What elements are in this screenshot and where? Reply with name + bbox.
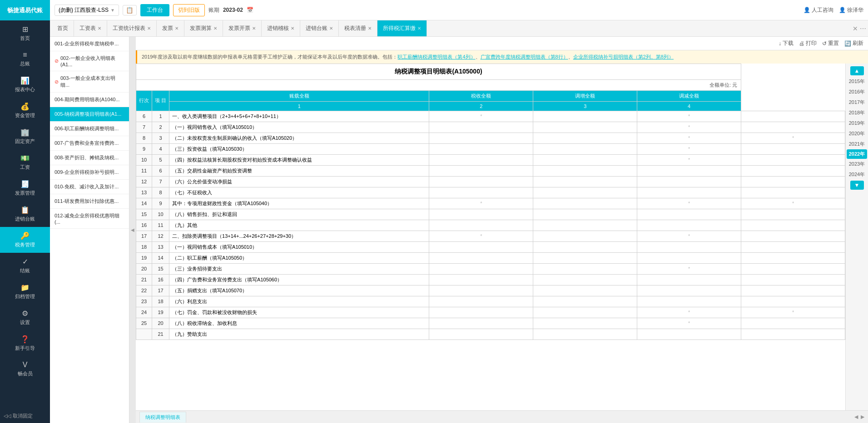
cell-col-4[interactable] <box>741 231 845 241</box>
left-item-004[interactable]: 004-期间费用明细表(A1040... <box>50 93 129 107</box>
old-version-button[interactable]: 切到旧版 <box>173 4 205 16</box>
cell-col-3[interactable] <box>637 274 741 285</box>
year-2021[interactable]: 2021年 <box>848 139 866 149</box>
cell-col-2[interactable] <box>533 198 637 209</box>
close-icon[interactable]: ✕ <box>417 26 421 31</box>
cell-col-4[interactable] <box>741 111 845 122</box>
sidebar-item-closing[interactable]: ✓ 结账 <box>0 253 50 279</box>
sidebar-item-archive[interactable]: 📁 归档管理 <box>0 279 50 305</box>
cell-col-1[interactable]: * <box>429 111 533 122</box>
cell-col-2[interactable] <box>533 274 637 285</box>
close-icon[interactable]: ✕ <box>147 26 151 31</box>
cell-col-3[interactable]: * <box>637 263 741 274</box>
cell-col-2[interactable] <box>533 231 637 241</box>
service-button[interactable]: 👤 人工咨询 <box>804 6 833 14</box>
cell-col-2[interactable] <box>533 176 637 187</box>
tab-tax-list[interactable]: 税表清册 ✕ <box>339 20 377 36</box>
tab-income-tax[interactable]: 所得税汇算缴 ✕ <box>377 20 427 36</box>
year-2024[interactable]: 2024年 <box>848 169 866 180</box>
workbench-button[interactable]: 工作台 <box>140 4 169 16</box>
sidebar-item-tax-mgmt[interactable]: 🔑 税务管理 <box>0 227 50 253</box>
cell-col-1[interactable] <box>429 263 533 274</box>
cell-col-1[interactable] <box>429 285 533 296</box>
cell-col-1[interactable] <box>429 122 533 133</box>
cell-col-3[interactable]: * <box>637 122 741 133</box>
copy-icon[interactable]: 📋 <box>123 5 137 15</box>
year-2015[interactable]: 2015年 <box>848 76 866 87</box>
sidebar-item-member[interactable]: V 畅会员 <box>0 356 50 382</box>
sidebar-item-payroll[interactable]: 💵 工资 <box>0 149 50 175</box>
collapse-panel-button[interactable]: ◀ <box>129 37 136 423</box>
tab-sales-ledger[interactable]: 进销台账 ✕ <box>300 20 339 36</box>
cell-col-2[interactable] <box>533 111 637 122</box>
cell-col-1[interactable] <box>429 329 533 339</box>
sidebar-item-reports[interactable]: 📊 报表中心 <box>0 72 50 98</box>
cell-col-2[interactable] <box>533 133 637 143</box>
cell-col-1[interactable]: * <box>429 198 533 209</box>
refresh-button[interactable]: 🔄 刷新 <box>844 39 863 47</box>
close-icon[interactable]: ✕ <box>291 26 294 31</box>
left-item-011[interactable]: 011-研发费用加计扣除优惠... <box>50 194 129 209</box>
sidebar-item-invoice-mgmt[interactable]: 🧾 发票管理 <box>0 175 50 201</box>
cell-col-1[interactable] <box>429 318 533 329</box>
download-button[interactable]: ↓ 下载 <box>779 39 794 47</box>
cell-col-1[interactable] <box>429 274 533 285</box>
cell-col-4[interactable] <box>741 296 845 307</box>
cell-col-2[interactable] <box>533 143 637 154</box>
scroll-right-icon[interactable]: ▶ <box>861 414 864 420</box>
cell-col-2[interactable] <box>533 122 637 133</box>
cell-col-3[interactable] <box>637 220 741 231</box>
reset-button[interactable]: ↺ 重置 <box>822 39 839 47</box>
cell-col-1[interactable] <box>429 241 533 252</box>
cell-col-3[interactable]: * <box>637 154 741 165</box>
tab-payroll-report[interactable]: 工资统计报表 ✕ <box>107 20 157 36</box>
cell-col-2[interactable] <box>533 154 637 165</box>
cell-col-2[interactable] <box>533 296 637 307</box>
cell-col-2[interactable] <box>533 263 637 274</box>
cell-col-1[interactable] <box>429 133 533 143</box>
cell-col-2[interactable] <box>533 285 637 296</box>
left-item-009[interactable]: 009-企业所得税弥补亏损明... <box>50 165 129 180</box>
close-icon[interactable]: ✕ <box>98 26 101 31</box>
cell-col-4[interactable] <box>741 187 845 198</box>
cell-col-4[interactable] <box>741 252 845 263</box>
cell-col-4[interactable] <box>741 241 845 252</box>
left-item-007[interactable]: 007-广告费和业务宣传费跨... <box>50 136 129 151</box>
cell-col-3[interactable]: * <box>637 133 741 143</box>
cell-col-4[interactable]: * <box>741 133 845 143</box>
notice-link-2[interactable]: 广宣费跨年度纳税调整明细表（第8行） <box>481 54 568 59</box>
cell-col-2[interactable] <box>533 252 637 263</box>
sidebar-item-settings[interactable]: ⚙ 设置 <box>0 305 50 330</box>
notice-link-1[interactable]: 职工薪酬纳税调整明细表（第4列） <box>397 54 475 59</box>
left-item-002[interactable]: ⊘ 002-一般企业收入明细表(A1... <box>50 51 129 71</box>
cell-col-2[interactable] <box>533 318 637 329</box>
tab-home[interactable]: 首页 <box>52 20 74 36</box>
year-2023[interactable]: 2023年 <box>848 159 866 169</box>
cell-col-2[interactable] <box>533 220 637 231</box>
bottom-tab-adjustment[interactable]: 纳税调整明细表 <box>139 412 186 423</box>
minimize-icon[interactable]: ✕ <box>853 25 858 32</box>
company-selector[interactable]: (勿删) 江西股查-LSS ▼ <box>55 5 119 16</box>
cell-col-3[interactable]: * <box>637 198 741 209</box>
tab-payroll[interactable]: 工资表 ✕ <box>74 20 107 36</box>
cell-col-2[interactable] <box>533 165 637 176</box>
cell-col-4[interactable] <box>741 274 845 285</box>
cell-col-3[interactable] <box>637 329 741 339</box>
cell-col-4[interactable] <box>741 318 845 329</box>
cell-col-1[interactable] <box>429 176 533 187</box>
scroll-left-icon[interactable]: ◀ <box>854 414 858 420</box>
cell-col-3[interactable] <box>637 165 741 176</box>
cell-col-3[interactable] <box>637 176 741 187</box>
year-2017[interactable]: 2017年 <box>848 97 866 108</box>
cell-col-2[interactable] <box>533 209 637 220</box>
close-icon[interactable]: ✕ <box>329 26 333 31</box>
sidebar-item-sales-ledger[interactable]: 📋 进销台账 <box>0 201 50 227</box>
year-2019[interactable]: 2019年 <box>848 118 866 128</box>
year-2020[interactable]: 2020年 <box>848 128 866 139</box>
cell-col-4[interactable] <box>741 154 845 165</box>
year-2016[interactable]: 2016年 <box>848 87 866 97</box>
cell-col-4[interactable] <box>741 329 845 339</box>
close-icon[interactable]: ✕ <box>213 26 217 31</box>
sidebar-item-general-ledger[interactable]: ≡ 总账 <box>0 46 50 72</box>
cell-col-2[interactable] <box>533 307 637 318</box>
